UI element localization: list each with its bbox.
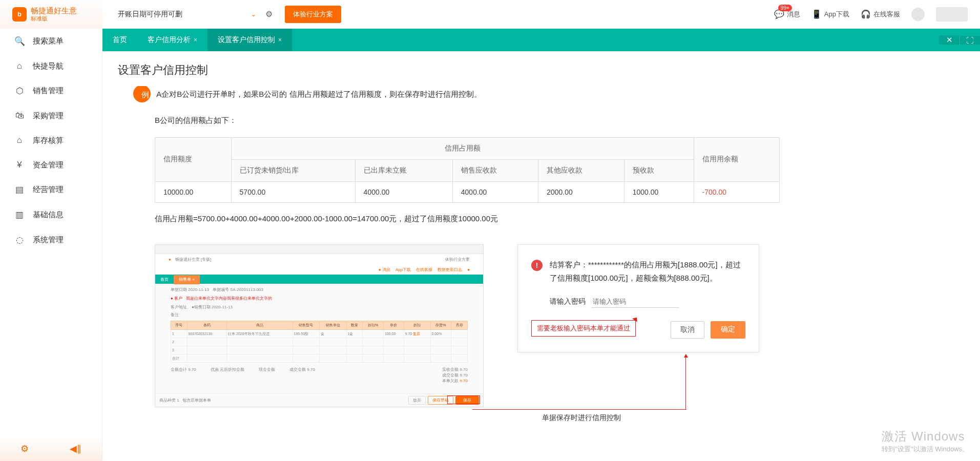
th-sub-1: 已订货未销货/出库 bbox=[231, 159, 355, 181]
messages-badge: 99+ bbox=[778, 5, 792, 11]
messages-link[interactable]: 💬 消息 99+ bbox=[774, 9, 800, 19]
illustration-row: ●畅捷通好生意 [专版] 体验行业方案 ● 消息App下载在线客服数据更新日志●… bbox=[155, 244, 957, 407]
example-badge-icon bbox=[133, 86, 151, 102]
sidebar-item-operation[interactable]: ▤经营管理 bbox=[0, 177, 102, 202]
collapse-icon[interactable]: ◀∥ bbox=[70, 443, 81, 454]
password-label: 请输入密码 bbox=[550, 297, 586, 306]
phone-icon: 📱 bbox=[811, 9, 822, 19]
app-download-link[interactable]: 📱 App下载 bbox=[811, 9, 849, 19]
ok-button[interactable]: 确定 bbox=[711, 321, 745, 339]
content: A企对B公司进行开单时，如果B公司的 信用占用额超过了信用额度，则在保存时进行信… bbox=[102, 86, 980, 461]
doc-icon: ▤ bbox=[14, 184, 25, 195]
sidebar-item-search[interactable]: 🔍搜索菜单 bbox=[0, 29, 102, 54]
windows-activation-watermark: 激活 Windows 转到"设置"以激活 Windows。 bbox=[882, 428, 969, 454]
dialog-message: 结算客户：************的信用占用额为[1888.00元]，超过了信用… bbox=[550, 258, 745, 284]
grid-icon: ▥ bbox=[14, 209, 25, 220]
close-icon[interactable]: × bbox=[278, 36, 282, 44]
annotation-arrow bbox=[685, 354, 686, 410]
sidebar-item-purchase[interactable]: 🛍采购管理 bbox=[0, 103, 102, 128]
sales-icon: ⬡ bbox=[14, 86, 25, 96]
main: 首页 客户信用分析× 设置客户信用控制× ✕ ⛶ 设置客户信用控制 A企对B公司… bbox=[102, 29, 980, 461]
top-header: b 畅捷通好生意 标准版 开账日期可停用可删 ⌄ ⚙ 体验行业方案 💬 消息 9… bbox=[0, 0, 980, 29]
tabs-close-all[interactable]: ✕ bbox=[939, 35, 960, 45]
user-menu[interactable] bbox=[936, 7, 968, 22]
org-dropdown[interactable]: 开账日期可停用可删 ⌄ bbox=[118, 10, 256, 19]
sidebar-item-quicknav[interactable]: ⌂快捷导航 bbox=[0, 54, 102, 78]
example-paragraph: A企对B公司进行开单时，如果B公司的 信用占用额超过了信用额度，则在保存时进行信… bbox=[133, 86, 957, 103]
credit-warning-dialog: ! 结算客户：************的信用占用额为[1888.00元]，超过了… bbox=[517, 244, 759, 352]
credit-table: 信用额度 信用占用额 信用用余额 已订货未销货/出库 已出库未立账 销售应收款 … bbox=[155, 137, 780, 203]
sidebar-item-funds[interactable]: ¥资金管理 bbox=[0, 153, 102, 177]
money-icon: ¥ bbox=[14, 160, 25, 170]
password-input[interactable] bbox=[592, 296, 679, 308]
online-service-link[interactable]: 🎧 在线客服 bbox=[861, 9, 900, 19]
tab-credit-settings[interactable]: 设置客户信用控制× bbox=[207, 29, 292, 51]
annotation-line bbox=[472, 409, 686, 410]
th-sub-2: 已出库未立账 bbox=[355, 159, 452, 181]
close-icon[interactable]: × bbox=[194, 36, 197, 44]
th-sub-3: 销售应收款 bbox=[452, 159, 538, 181]
cta-button[interactable]: 体验行业方案 bbox=[285, 6, 341, 23]
table-row: 10000.00 5700.00 4000.00 4000.00 2000.00… bbox=[155, 181, 780, 202]
sidebar-item-system[interactable]: ◌系统管理 bbox=[0, 227, 102, 253]
brand-icon: b bbox=[12, 7, 27, 22]
page-title: 设置客户信用控制 bbox=[102, 51, 980, 86]
ring-icon: ◌ bbox=[14, 235, 25, 245]
embedded-screenshot: ●畅捷通好生意 [专版] 体验行业方案 ● 消息App下载在线客服数据更新日志●… bbox=[155, 244, 484, 407]
tab-bar: 首页 客户信用分析× 设置客户信用控制× ✕ ⛶ bbox=[102, 29, 980, 51]
tabs-fullscreen[interactable]: ⛶ bbox=[960, 36, 980, 45]
cancel-button[interactable]: 取消 bbox=[671, 321, 704, 339]
warehouse-icon: ⌂ bbox=[14, 135, 25, 145]
annotation-caption: 单据保存时进行信用控制 bbox=[542, 413, 621, 423]
org-dropdown-label: 开账日期可停用可删 bbox=[118, 10, 182, 19]
gear-icon[interactable]: ⚙ bbox=[265, 9, 273, 19]
logo[interactable]: b 畅捷通好生意 标准版 bbox=[0, 0, 102, 29]
warning-icon: ! bbox=[531, 260, 543, 271]
th-sub-5: 预收款 bbox=[624, 159, 694, 181]
home-icon: ⌂ bbox=[14, 61, 25, 71]
formula-text: 信用占用额=5700.00+4000.00+4000.00+2000.00-10… bbox=[133, 212, 957, 225]
sidebar-item-sales[interactable]: ⬡销售管理 bbox=[0, 78, 102, 103]
paragraph-2: B公司的信用额占如下： bbox=[133, 114, 957, 127]
th-credit-limit: 信用额度 bbox=[155, 137, 232, 181]
tab-credit-analysis[interactable]: 客户信用分析× bbox=[137, 29, 207, 51]
th-sub-4: 其他应收款 bbox=[538, 159, 624, 181]
avatar[interactable] bbox=[911, 8, 925, 21]
sidebar-footer: ⚙ ◀∥ bbox=[0, 436, 102, 461]
balance-cell: -700.00 bbox=[694, 181, 779, 202]
search-icon: 🔍 bbox=[14, 36, 25, 47]
sidebar: 🔍搜索菜单 ⌂快捷导航 ⬡销售管理 🛍采购管理 ⌂库存核算 ¥资金管理 ▤经营管… bbox=[0, 29, 102, 461]
settings-icon[interactable]: ⚙ bbox=[20, 443, 29, 454]
th-balance: 信用用余额 bbox=[694, 137, 779, 181]
sidebar-item-baseinfo[interactable]: ▥基础信息 bbox=[0, 202, 102, 227]
th-occupy-group: 信用占用额 bbox=[231, 137, 694, 159]
sidebar-item-inventory[interactable]: ⌂库存核算 bbox=[0, 128, 102, 153]
tab-home[interactable]: 首页 bbox=[102, 29, 137, 51]
headset-icon: 🎧 bbox=[861, 9, 871, 19]
dialog-note: 需要老板输入密码本单才能通过 bbox=[531, 320, 636, 337]
brand-name: 畅捷通好生意 bbox=[31, 7, 77, 15]
chevron-down-icon: ⌄ bbox=[251, 11, 256, 18]
bag-icon: 🛍 bbox=[14, 111, 25, 121]
brand-edition: 标准版 bbox=[31, 15, 77, 22]
